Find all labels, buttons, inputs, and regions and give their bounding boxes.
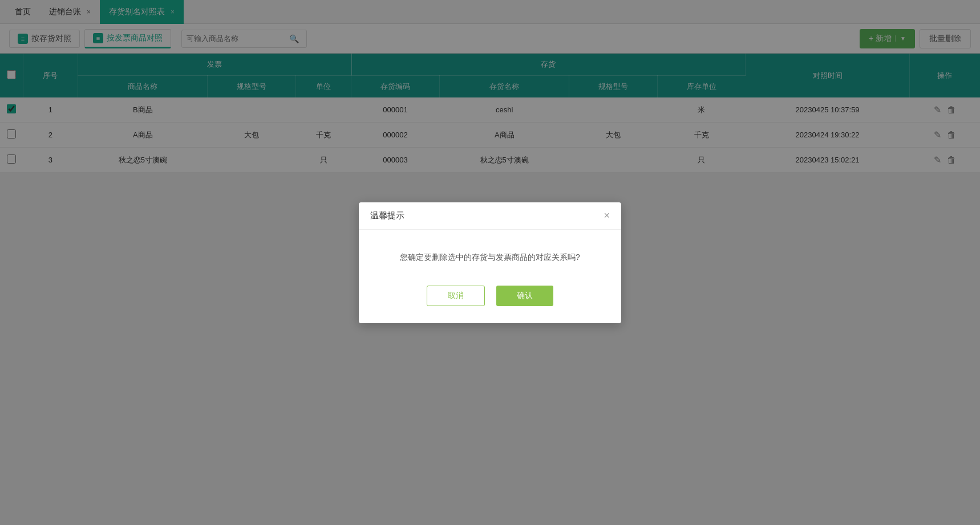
dialog-body: 您确定要删除选中的存货与发票商品的对应关系吗? — [359, 230, 621, 280]
modal-overlay: 温馨提示 × 您确定要删除选中的存货与发票商品的对应关系吗? 取消 确认 — [0, 0, 980, 525]
dialog-close-button[interactable]: × — [604, 210, 610, 221]
dialog-header: 温馨提示 × — [359, 202, 621, 230]
dialog-message: 您确定要删除选中的存货与发票商品的对应关系吗? — [400, 253, 580, 262]
dialog-cancel-button[interactable]: 取消 — [427, 286, 485, 306]
dialog-title: 温馨提示 — [370, 210, 404, 221]
confirm-dialog: 温馨提示 × 您确定要删除选中的存货与发票商品的对应关系吗? 取消 确认 — [359, 202, 621, 323]
dialog-footer: 取消 确认 — [359, 280, 621, 323]
dialog-confirm-button[interactable]: 确认 — [496, 286, 553, 306]
